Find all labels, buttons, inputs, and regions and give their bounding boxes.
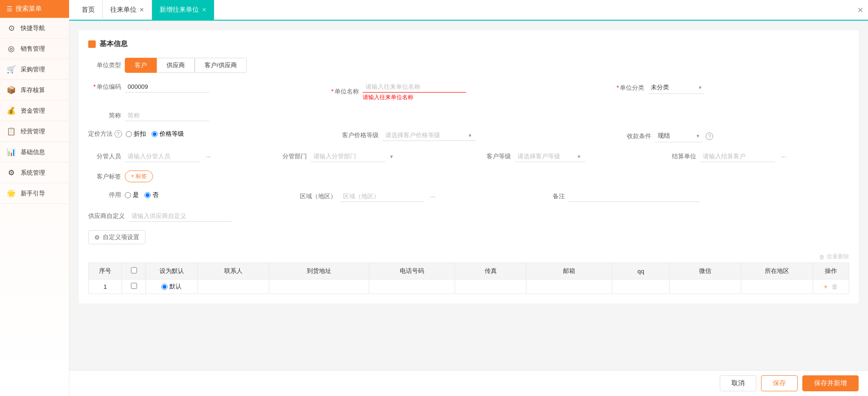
field-unit-category: *单位分类 未分类 ▼ <box>611 81 849 94</box>
save-button[interactable]: 保存 <box>761 375 798 391</box>
row-fax-input[interactable] <box>472 283 510 290</box>
row-wechat <box>670 280 741 294</box>
tab-home[interactable]: 首页 <box>74 0 103 20</box>
col-qq: qq <box>612 263 670 280</box>
tab-bar: 首页 往来单位 ✕ 新增往来单位 ✕ ✕ <box>69 0 868 21</box>
row-default-radio-label[interactable]: 默认 <box>151 282 192 291</box>
save-and-new-button[interactable]: 保存并新增 <box>802 375 859 391</box>
abbreviation-input[interactable] <box>125 110 209 121</box>
department-chevron: ▼ <box>389 154 394 159</box>
row-fax <box>455 280 526 294</box>
unit-category-value: 未分类 <box>648 81 704 94</box>
row-email-input[interactable] <box>546 283 593 290</box>
row-add-button[interactable]: + <box>824 283 828 290</box>
col-address: 到货地址 <box>269 263 369 280</box>
row-pricing: 定价方法 ? 折扣 价格等级 客户 <box>88 130 849 142</box>
row-qq <box>612 280 670 294</box>
row-phone <box>369 280 455 294</box>
field-customer-level: 客户等级 ▼ <box>478 151 664 162</box>
supplier-custom-input[interactable] <box>129 210 232 222</box>
row-checkbox[interactable] <box>131 283 137 289</box>
row-address-input[interactable] <box>291 283 347 290</box>
department-input[interactable] <box>311 151 386 162</box>
tab-partner-close[interactable]: ✕ <box>139 7 144 13</box>
sidebar-item-purchase[interactable]: 🛒 采购管理 <box>0 59 69 80</box>
row-wechat-input[interactable] <box>686 283 724 290</box>
field-abbreviation: 简称 <box>88 110 849 121</box>
sidebar-item-system[interactable]: ⚙ 系统管理 <box>0 163 69 183</box>
row-region-input[interactable] <box>758 283 796 290</box>
tab-new-partner-close[interactable]: ✕ <box>202 7 206 13</box>
custom-settings-button[interactable]: ⚙ 自定义项设置 <box>88 230 145 244</box>
radio-discount[interactable]: 折扣 <box>126 130 146 138</box>
unit-type-customer[interactable]: 客户 <box>125 58 157 73</box>
sidebar-search[interactable]: ☰ 搜索菜单 <box>0 0 69 18</box>
row-delete-button[interactable]: 🗑 <box>831 283 838 290</box>
tab-partner[interactable]: 往来单位 ✕ <box>103 0 152 20</box>
customer-price-select-wrapper[interactable]: ▼ <box>382 130 476 141</box>
unit-name-input[interactable] <box>363 81 466 93</box>
disabled-radio-group: 是 否 <box>125 191 159 199</box>
batch-delete-icon: 🗑 <box>819 254 825 260</box>
batch-delete-label: 批量删除 <box>827 253 849 261</box>
sidebar-item-basic-info[interactable]: 📊 基础信息 <box>0 142 69 163</box>
unit-code-input[interactable] <box>125 81 209 93</box>
sidebar-item-quick-nav[interactable]: ⊙ 快捷导航 <box>0 18 69 39</box>
row-address <box>269 280 369 294</box>
unit-type-row: 单位类型 客户 供应商 客户/供应商 <box>88 58 849 73</box>
sidebar-item-stock[interactable]: 📦 库存核算 <box>0 80 69 101</box>
field-pricing-method: 定价方法 ? 折扣 价格等级 <box>88 130 342 138</box>
radio-disabled-no[interactable]: 否 <box>145 191 159 199</box>
manager-dots[interactable]: ··· <box>204 153 213 160</box>
payment-help-icon[interactable]: ? <box>706 132 713 140</box>
settlement-unit-dots[interactable]: ··· <box>779 153 788 160</box>
remarks-input[interactable] <box>569 191 700 202</box>
settlement-unit-input[interactable] <box>700 151 775 162</box>
batch-delete-area: 🗑 批量删除 <box>88 253 849 261</box>
sidebar-label-sales: 销售管理 <box>21 45 45 53</box>
contact-table: 序号 设为默认 联系人 到货地址 电话号码 传真 邮箱 qq 微信 所在地区 操… <box>88 263 849 294</box>
unit-type-both[interactable]: 客户/供应商 <box>195 58 247 73</box>
cancel-button[interactable]: 取消 <box>720 375 756 391</box>
customer-price-level-input[interactable] <box>382 130 476 141</box>
close-all-button[interactable]: ✕ <box>857 6 863 15</box>
manager-input[interactable] <box>125 151 200 162</box>
row-customer-tag: 客户标签 + 标签 <box>88 171 849 182</box>
row-contact <box>198 280 269 294</box>
field-payment-terms: 收款条件 现结 ▼ ? <box>618 130 849 142</box>
col-region: 所在地区 <box>741 263 813 280</box>
row-default-radio[interactable] <box>161 284 168 290</box>
sidebar-item-guide[interactable]: 🌟 新手引导 <box>0 183 69 204</box>
pricing-help-icon[interactable]: ? <box>114 130 122 138</box>
row-phone-input[interactable] <box>388 283 435 290</box>
row-contact-input[interactable] <box>214 283 252 290</box>
field-department: 分管部门 ▼ <box>274 151 478 162</box>
row-qq-input[interactable] <box>627 283 655 290</box>
field-unit-code: *单位编码 <box>88 81 326 93</box>
col-email: 邮箱 <box>526 263 612 280</box>
area-input[interactable] <box>340 191 425 202</box>
row-unit-code-name-cat: *单位编码 *单位名称 请输入往来单位名称 *单位分类 未分类 <box>88 81 849 101</box>
unit-name-error: 请输入往来单位名称 <box>363 93 466 101</box>
select-all-checkbox[interactable] <box>131 267 137 273</box>
guide-icon: 🌟 <box>7 189 16 198</box>
sidebar-item-sales[interactable]: ◎ 销售管理 <box>0 39 69 59</box>
radio-price-level[interactable]: 价格等级 <box>152 130 184 138</box>
sidebar-item-operations[interactable]: 📋 经营管理 <box>0 121 69 142</box>
field-remarks: 备注 <box>532 191 849 202</box>
operations-icon: 📋 <box>7 127 16 136</box>
col-checkbox <box>122 263 145 280</box>
customer-level-input[interactable] <box>515 151 585 162</box>
row-manager: 分管人员 ··· 分管部门 ▼ 客户等级 ▼ 结算单位 <box>88 151 849 162</box>
col-default: 设为默认 <box>146 263 198 280</box>
tab-new-partner[interactable]: 新增往来单位 ✕ <box>152 0 214 20</box>
sidebar-label-quick-nav: 快捷导航 <box>21 24 45 32</box>
customer-level-wrapper[interactable]: ▼ <box>515 151 585 162</box>
sidebar-item-finance[interactable]: 💰 资金管理 <box>0 101 69 121</box>
table-row: 1 默认 <box>89 280 849 294</box>
area-dots[interactable]: ··· <box>428 193 438 200</box>
unit-type-supplier[interactable]: 供应商 <box>157 58 195 73</box>
radio-disabled-yes[interactable]: 是 <box>125 191 139 199</box>
add-tag-button[interactable]: + 标签 <box>125 171 153 182</box>
row-actions: + 🗑 <box>813 280 849 294</box>
